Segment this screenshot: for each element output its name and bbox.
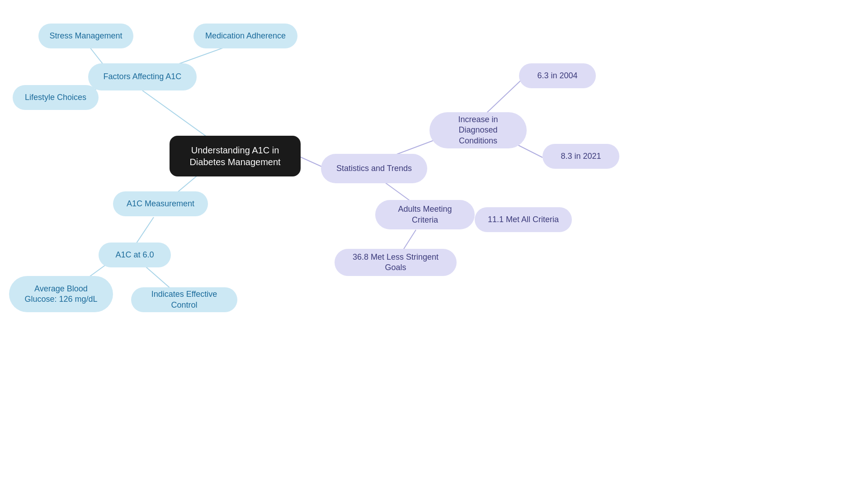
effective-node: Indicates Effective Control	[131, 287, 237, 312]
y2004-node: 6.3 in 2004	[519, 63, 596, 88]
svg-line-14	[402, 230, 416, 251]
a1c60-node: A1C at 6.0	[99, 243, 171, 267]
met11-node: 11.1 Met All Criteria	[475, 207, 572, 232]
factors-node: Factors Affecting A1C	[88, 63, 197, 90]
adults-node: Adults Meeting Criteria	[375, 200, 475, 229]
center-node: Understanding A1C in Diabetes Management	[170, 136, 301, 176]
increase-node: Increase in Diagnosed Conditions	[429, 112, 527, 148]
lifestyle-node: Lifestyle Choices	[13, 85, 99, 110]
avgblood-node: Average Blood Glucose: 126 mg/dL	[9, 276, 113, 312]
svg-line-5	[136, 217, 154, 244]
met36-node: 36.8 Met Less Stringent Goals	[335, 249, 457, 276]
measurement-node: A1C Measurement	[113, 191, 208, 216]
y2021-node: 8.3 in 2021	[542, 144, 619, 169]
medication-node: Medication Adherence	[193, 24, 297, 48]
statistics-node: Statistics and Trends	[321, 154, 427, 183]
stress-node: Stress Management	[38, 24, 133, 48]
